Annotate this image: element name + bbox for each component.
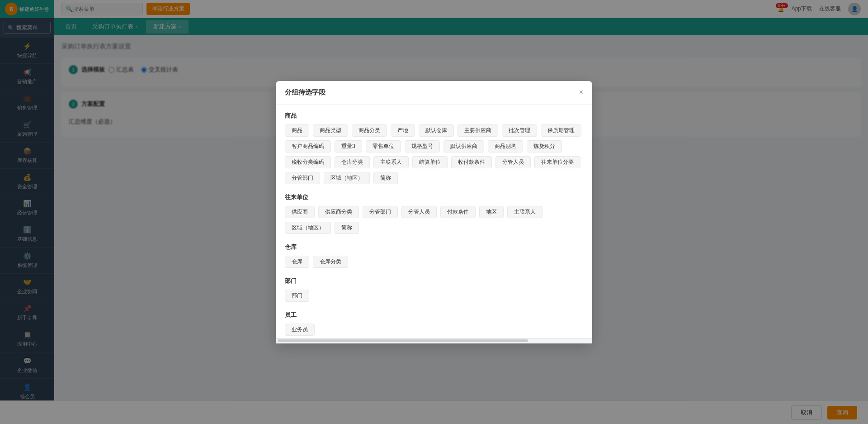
field-tag-0-16[interactable]: 仓库分类 [335, 156, 370, 168]
field-tag-0-4[interactable]: 默认仓库 [419, 124, 454, 137]
field-tag-0-2[interactable]: 商品分类 [352, 124, 387, 137]
field-group-1: 往来单位供应商供应商分类分管部门分管人员付款条件地区主联系人区域（地区）简称 [285, 193, 583, 234]
field-group-0: 商品商品商品类型商品分类产地默认仓库主要供应商批次管理保质期管理客户商品编码重量… [285, 112, 583, 184]
field-tag-1-7[interactable]: 区域（地区） [285, 222, 331, 234]
field-tag-1-5[interactable]: 地区 [479, 206, 504, 218]
field-tag-0-10[interactable]: 零售单位 [366, 140, 401, 152]
modal-scrollbar[interactable] [276, 338, 592, 343]
modal-title: 分组待选字段 [285, 88, 326, 97]
modal-dialog: 分组待选字段 × 商品商品商品类型商品分类产地默认仓库主要供应商批次管理保质期管… [276, 81, 592, 343]
field-tag-1-3[interactable]: 分管人员 [401, 206, 437, 218]
field-tag-0-18[interactable]: 结算单位 [412, 156, 448, 168]
field-tag-1-2[interactable]: 分管部门 [363, 206, 398, 218]
field-tag-0-5[interactable]: 主要供应商 [458, 124, 498, 137]
field-group-2: 仓库仓库仓库分类 [285, 243, 583, 268]
field-tag-0-21[interactable]: 往来单位分类 [534, 156, 580, 168]
scrollbar-thumb [278, 339, 528, 342]
field-group-title-0: 商品 [285, 112, 583, 120]
field-group-title-4: 员工 [285, 311, 583, 319]
field-tag-0-19[interactable]: 收付款条件 [451, 156, 492, 168]
field-tag-0-9[interactable]: 重量3 [335, 140, 362, 152]
field-tag-0-20[interactable]: 分管人员 [495, 156, 531, 168]
field-group-title-2: 仓库 [285, 243, 583, 251]
field-tags-3: 部门 [285, 290, 583, 302]
field-group-4: 员工业务员 [285, 311, 583, 336]
field-tag-1-1[interactable]: 供应商分类 [318, 206, 359, 218]
field-tag-1-6[interactable]: 主联系人 [507, 206, 542, 218]
field-tag-2-1[interactable]: 仓库分类 [313, 256, 348, 268]
field-tags-2: 仓库仓库分类 [285, 256, 583, 268]
modal-close-button[interactable]: × [579, 88, 583, 96]
field-tag-0-13[interactable]: 商品别名 [488, 140, 523, 152]
modal-body[interactable]: 商品商品商品类型商品分类产地默认仓库主要供应商批次管理保质期管理客户商品编码重量… [276, 105, 592, 338]
field-tag-0-11[interactable]: 规格型号 [405, 140, 440, 152]
field-group-3: 部门部门 [285, 277, 583, 302]
field-groups: 商品商品商品类型商品分类产地默认仓库主要供应商批次管理保质期管理客户商品编码重量… [285, 112, 583, 338]
field-tag-0-1[interactable]: 商品类型 [313, 124, 348, 137]
field-tag-1-4[interactable]: 付款条件 [440, 206, 476, 218]
field-tag-3-0[interactable]: 部门 [285, 290, 309, 302]
field-tag-0-7[interactable]: 保质期管理 [541, 124, 581, 137]
field-tag-1-0[interactable]: 供应商 [285, 206, 315, 218]
field-tags-1: 供应商供应商分类分管部门分管人员付款条件地区主联系人区域（地区）简称 [285, 206, 583, 234]
field-tag-0-12[interactable]: 默认供应商 [443, 140, 484, 152]
field-tag-0-8[interactable]: 客户商品编码 [285, 140, 331, 152]
field-tag-0-22[interactable]: 分管部门 [285, 172, 320, 184]
field-tag-0-6[interactable]: 批次管理 [502, 124, 537, 137]
field-tag-0-17[interactable]: 主联系人 [373, 156, 409, 168]
field-tags-0: 商品商品类型商品分类产地默认仓库主要供应商批次管理保质期管理客户商品编码重量3零… [285, 124, 583, 184]
field-tag-0-23[interactable]: 区域（地区） [324, 172, 370, 184]
modal-overlay: 分组待选字段 × 商品商品商品类型商品分类产地默认仓库主要供应商批次管理保质期管… [0, 0, 868, 424]
modal-header: 分组待选字段 × [276, 81, 592, 105]
field-group-title-1: 往来单位 [285, 193, 583, 201]
field-tag-1-8[interactable]: 简称 [335, 222, 359, 234]
field-group-title-3: 部门 [285, 277, 583, 285]
field-tags-4: 业务员 [285, 324, 583, 336]
field-tag-0-14[interactable]: 炼货积分 [527, 140, 562, 152]
field-tag-0-3[interactable]: 产地 [391, 124, 415, 137]
field-tag-2-0[interactable]: 仓库 [285, 256, 309, 268]
field-tag-0-15[interactable]: 税收分类编码 [285, 156, 331, 168]
field-tag-0-24[interactable]: 简称 [373, 172, 398, 184]
field-tag-4-0[interactable]: 业务员 [285, 324, 315, 336]
field-tag-0-0[interactable]: 商品 [285, 124, 309, 137]
